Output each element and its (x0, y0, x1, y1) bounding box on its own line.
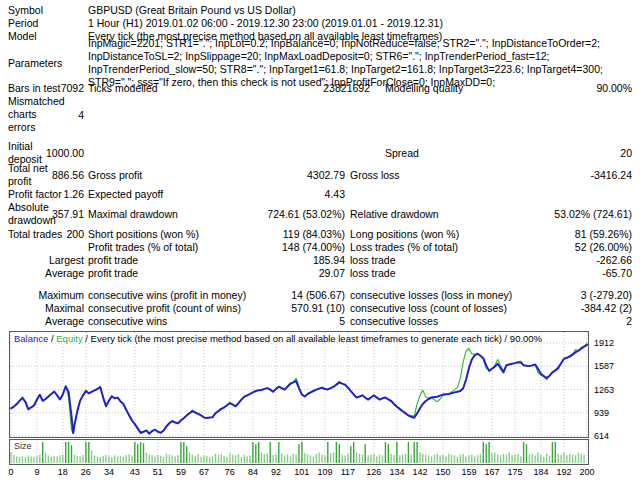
x-axis-label: 117 (336, 467, 360, 477)
report-row: Total trades200Short positions (won %)11… (0, 228, 640, 241)
y-axis-label: 1587 (594, 361, 638, 371)
report-cell-c6: -384.42 (2) (452, 302, 632, 315)
report-cell-c4: 5 (145, 315, 345, 328)
report-cell-c6: -3416.24 (452, 169, 632, 182)
report-cell-c5: Loss trades (% of total) (350, 241, 458, 254)
report-section: SymbolGBPUSD (Great Britain Pound vs US … (0, 4, 640, 134)
report-cell-c4: 4.43 (145, 188, 345, 201)
report-cell-c2: Maximum (30, 289, 84, 302)
report-cell-c2: 7092 (30, 82, 84, 95)
report-cell-c5: Gross loss (350, 169, 400, 182)
report-cell-c3: InpMagic=2201; STR1="."; InpLot=0.2; Inp… (88, 37, 632, 89)
report-cell-c6: 3 (-279.20) (452, 289, 632, 302)
x-axis-label: 200 (575, 467, 599, 477)
report-cell-c2: 1.26 (30, 188, 84, 201)
x-axis-label: 109 (313, 467, 337, 477)
report-cell-c6: 53.02% (724.61) (452, 208, 632, 221)
report-cell-c6: 90.00% (452, 82, 632, 95)
y-axis-label: 1263 (594, 385, 638, 395)
report-cell-c2: 1000.00 (30, 147, 84, 160)
report-cell-c4: 119 (84.03%) (145, 228, 345, 241)
report-cell-c3: 1 Hour (H1) 2019.01.02 06:00 - 2019.12.3… (88, 17, 632, 30)
report-cell-c6: -262.66 (452, 254, 632, 267)
report-row: Averageconsecutive wins5consecutive loss… (0, 315, 640, 328)
x-axis-label: 26 (74, 467, 98, 477)
report-row: Absolute drawdown357.91Maximal drawdown7… (0, 201, 640, 227)
x-axis-label: 101 (290, 467, 314, 477)
report-cell-c5: loss trade (350, 254, 396, 267)
report-row: Profit factor1.26Expected payoff4.43 (0, 188, 640, 201)
report-cell-c4: 148 (74.00%) (145, 241, 345, 254)
report-row: Maximumconsecutive wins (profit in money… (0, 289, 640, 302)
report-cell-c2: 886.56 (30, 169, 84, 182)
report-row: Total net profit886.56Gross profit4302.7… (0, 162, 640, 188)
x-axis-label: 18 (51, 467, 75, 477)
report-row: Bars in test7092Ticks modelled23821692Mo… (0, 82, 640, 95)
x-axis-label: 150 (431, 467, 455, 477)
y-axis-label: 1912 (594, 338, 638, 348)
report-cell-c5: Relative drawdown (350, 208, 439, 221)
chart-legend: Balance / Equity / Every tick (the most … (14, 333, 542, 344)
x-axis-label: 59 (169, 467, 193, 477)
report-cell-c2: 4 (30, 108, 84, 121)
x-axis-label: 34 (97, 467, 121, 477)
report-row: Maximalconsecutive profit (count of wins… (0, 302, 640, 315)
report-section: Maximumconsecutive wins (profit in money… (0, 289, 640, 328)
x-axis-label: 51 (146, 467, 170, 477)
report-row: Period1 Hour (H1) 2019.01.02 06:00 - 201… (0, 17, 640, 30)
report-cell-c2: Average (30, 267, 84, 280)
x-axis-label: 67 (192, 467, 216, 477)
report-cell-c3: profit trade (88, 254, 138, 267)
report-cell-c2: Maximal (30, 302, 84, 315)
report-cell-c6: 2 (452, 315, 632, 328)
report-cell-c6: 20 (452, 147, 632, 160)
x-axis-label: 43 (123, 467, 147, 477)
x-axis-label: 76 (218, 467, 242, 477)
report-cell-c2: Average (30, 315, 84, 328)
report-cell-c3: profit trade (88, 267, 138, 280)
report-row: Largestprofit trade185.94loss trade-262.… (0, 254, 640, 267)
x-axis-label: 134 (385, 467, 409, 477)
report-cell-c4: 14 (506.67) (145, 289, 345, 302)
report-cell-c5: Long positions (won %) (350, 228, 459, 241)
x-axis-label: 126 (362, 467, 386, 477)
size-panel: Size (9, 439, 589, 465)
report-cell-c4: 185.94 (145, 254, 345, 267)
report-cell-c2: Largest (30, 254, 84, 267)
strategy-tester-report: SymbolGBPUSD (Great Britain Pound vs US … (0, 0, 640, 480)
x-axis-label: 9 (25, 467, 49, 477)
report-row: SymbolGBPUSD (Great Britain Pound vs US … (0, 4, 640, 17)
x-axis-label: 167 (480, 467, 504, 477)
legend-equity-label: Equity (56, 333, 82, 344)
y-axis-label: 614 (594, 431, 638, 441)
report-section: Total net profit886.56Gross profit4302.7… (0, 162, 640, 227)
report-cell-c4: 29.07 (145, 267, 345, 280)
balance-equity-plot (10, 332, 588, 437)
report-cell-c2: 200 (30, 228, 84, 241)
x-axis-label: 192 (552, 467, 576, 477)
x-axis-label: 84 (241, 467, 265, 477)
report-cell-c5: loss trade (350, 267, 396, 280)
x-axis-label: 184 (529, 467, 553, 477)
report-cell-c1: Parameters (8, 56, 66, 69)
x-axis-label: 0 (0, 467, 23, 477)
report-cell-c5: Spread (385, 147, 419, 160)
report-row: ParametersInpMagic=2201; STR1="."; InpLo… (0, 43, 640, 82)
x-axis-label: 159 (457, 467, 481, 477)
lot-size-bars-plot (10, 440, 588, 464)
legend-separator: / (83, 333, 91, 344)
report-cell-c4: 4302.79 (145, 169, 345, 182)
legend-model-text: Every tick (the most precise method base… (91, 333, 542, 344)
report-cell-c4: 23821692 (145, 82, 370, 95)
report-section: Total trades200Short positions (won %)11… (0, 228, 640, 280)
report-cell-c6: 52 (26.00%) (452, 241, 632, 254)
x-axis-label: 175 (503, 467, 527, 477)
report-row: Averageprofit trade29.07loss trade-65.70 (0, 267, 640, 280)
balance-chart: Balance / Equity / Every tick (the most … (0, 331, 640, 480)
report-cell-c3: GBPUSD (Great Britain Pound vs US Dollar… (88, 4, 632, 17)
report-row: Profit trades (% of total)148 (74.00%)Lo… (0, 241, 640, 254)
x-axis-label: 142 (408, 467, 432, 477)
report-cell-c4: 570.91 (10) (145, 302, 345, 315)
report-cell-c4: 724.61 (53.02%) (145, 208, 345, 221)
report-cell-c6: 81 (59.26%) (452, 228, 632, 241)
